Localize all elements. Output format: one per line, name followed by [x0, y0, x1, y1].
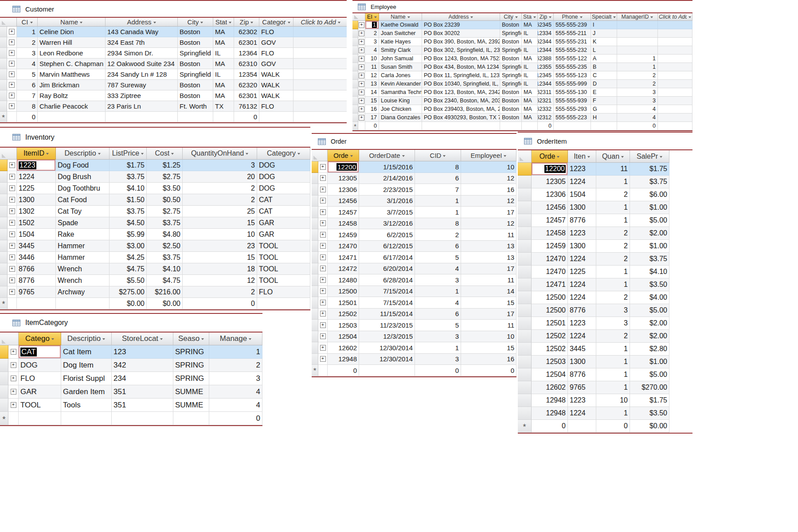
row-selector[interactable] [312, 241, 318, 252]
cell[interactable]: Joan Switcher [379, 29, 422, 38]
column-header-storelocat[interactable]: StoreLocat [112, 332, 173, 345]
cell[interactable]: 62312 [538, 113, 554, 122]
cell[interactable]: 3 [415, 331, 461, 343]
column-header-salepr[interactable]: SalePr [630, 150, 669, 163]
row-selector[interactable] [0, 345, 8, 359]
cell[interactable]: F [591, 97, 617, 105]
column-dropdown-icon[interactable] [30, 22, 33, 25]
cell[interactable]: 234 Sandy Ln # 128 [106, 69, 178, 80]
cell[interactable]: $2.75 [147, 171, 183, 183]
cell[interactable]: 12355 [538, 63, 554, 71]
column-header-name[interactable]: Name [379, 13, 422, 21]
cell[interactable]: 12457 [328, 207, 359, 218]
cell[interactable]: $1.50 [110, 194, 147, 206]
column-dropdown-icon[interactable] [374, 16, 377, 20]
expand-button[interactable]: + [320, 345, 326, 351]
cell[interactable]: 4 [617, 105, 658, 113]
cell[interactable]: H [591, 113, 617, 122]
cell[interactable]: 555-555-232 [554, 46, 591, 55]
cell[interactable]: FLO [259, 27, 293, 37]
select-all-corner[interactable] [312, 150, 328, 161]
cell[interactable]: 12306 [532, 188, 568, 201]
cell[interactable]: C [591, 71, 617, 80]
cell[interactable]: $5.00 [630, 304, 669, 317]
cell[interactable]: SUMME [173, 399, 209, 412]
window-titlebar[interactable]: Employee [352, 1, 692, 12]
row-selector[interactable] [0, 229, 8, 240]
cell[interactable]: $4.50 [110, 217, 147, 229]
cell[interactable]: 1 [596, 343, 630, 356]
cell[interactable]: 2 [617, 80, 658, 88]
row-selector[interactable] [0, 37, 7, 48]
cell[interactable]: MA [213, 37, 234, 48]
column-dropdown-icon[interactable] [587, 156, 590, 159]
cell[interactable]: 1504 [17, 229, 56, 240]
cell[interactable]: 0 [234, 112, 259, 122]
column-dropdown-icon[interactable] [46, 153, 49, 156]
cell[interactable]: MA [522, 105, 538, 113]
cell[interactable] [658, 88, 692, 97]
cell[interactable]: 1 [596, 266, 630, 278]
cell[interactable]: PO Box 239403, Boston, MA, 2 [422, 105, 500, 113]
cell[interactable]: WALK [259, 69, 293, 80]
column-header-manage[interactable]: Manage [209, 332, 262, 345]
column-dropdown-icon[interactable] [613, 16, 616, 20]
cell[interactable] [17, 298, 56, 309]
row-selector[interactable] [518, 381, 532, 394]
cell[interactable]: 12458 [532, 227, 568, 240]
cell[interactable]: 12200 [328, 161, 359, 173]
column-header-iten[interactable]: Iten [568, 150, 596, 163]
cell[interactable]: 1 [365, 21, 379, 29]
cell[interactable]: 4 [617, 113, 658, 122]
cell[interactable]: 10 [365, 55, 379, 63]
cell[interactable]: $275.00 [110, 286, 147, 298]
cell[interactable]: 1300 [17, 194, 56, 206]
cell[interactable]: Dog Brush [56, 171, 110, 183]
cell[interactable]: A [591, 55, 617, 63]
cell[interactable]: 12472 [328, 263, 359, 275]
window-titlebar[interactable]: OrderItem [518, 133, 692, 149]
cell[interactable]: Boston [500, 113, 522, 122]
column-dropdown-icon[interactable] [580, 16, 583, 20]
cell[interactable]: 0 [183, 298, 257, 309]
row-selector[interactable] [352, 21, 358, 29]
cell[interactable]: 8 [17, 101, 38, 112]
cell[interactable]: 2 [617, 71, 658, 80]
expand-button[interactable]: + [320, 277, 326, 283]
column-dropdown-icon[interactable] [201, 338, 204, 341]
new-record-selector[interactable]: * [0, 298, 8, 309]
row-selector[interactable] [312, 196, 318, 207]
row-selector[interactable] [518, 304, 532, 317]
expand-button[interactable]: + [320, 198, 326, 203]
cell[interactable]: 3 [183, 160, 257, 171]
cell[interactable]: 12501 [328, 297, 359, 309]
cell[interactable]: Archway [56, 286, 110, 298]
cell[interactable]: 62320 [234, 80, 259, 90]
row-selector[interactable] [0, 286, 8, 298]
row-selector[interactable] [312, 297, 318, 309]
cell[interactable]: 62344 [538, 38, 554, 46]
cell[interactable]: $1.75 [110, 160, 147, 171]
cell[interactable] [658, 55, 692, 63]
cell[interactable]: 12503 [328, 320, 359, 331]
cell[interactable]: CAT [257, 206, 310, 217]
column-header-cost[interactable]: Cost [147, 148, 183, 160]
expand-button[interactable]: + [320, 220, 326, 226]
cell[interactable]: 0 [415, 365, 461, 376]
row-selector[interactable] [352, 88, 358, 97]
cell[interactable]: 12470 [532, 253, 568, 266]
cell[interactable]: 2 [17, 37, 38, 48]
row-selector[interactable] [518, 253, 532, 266]
cell[interactable]: 12948 [532, 394, 568, 407]
cell[interactable]: MA [522, 97, 538, 105]
cell[interactable]: Boston [178, 59, 213, 69]
cell[interactable]: 1223 [568, 227, 596, 240]
cell[interactable]: Marvin Matthews [38, 69, 106, 80]
cell[interactable]: 8776 [568, 214, 596, 227]
cell[interactable]: 16 [365, 105, 379, 113]
cell[interactable]: 6/12/2015 [359, 241, 415, 252]
cell[interactable]: GOV [259, 59, 293, 69]
cell[interactable]: Boston [500, 97, 522, 105]
cell[interactable] [293, 48, 347, 59]
cell[interactable]: 13 [365, 80, 379, 88]
